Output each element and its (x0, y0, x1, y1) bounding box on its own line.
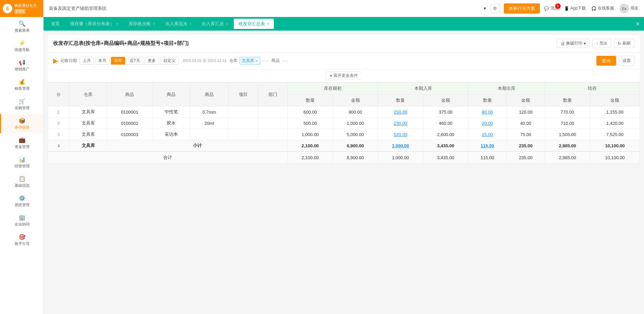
in-qty-link[interactable]: 520.00 (394, 132, 407, 137)
tab-in-out-summary[interactable]: 出入库汇总 × (197, 19, 233, 29)
date-buttons: 上月 本月 本年 近7天 更多 自定义 (80, 57, 179, 65)
app-download-button[interactable]: 📱 App下载 (564, 5, 586, 11)
tab-close-icon[interactable]: × (267, 22, 269, 26)
sidebar-item-label: 销售管理 (15, 86, 30, 91)
row-out-amt: 40.00 (507, 118, 545, 129)
in-qty-header: 数量 (378, 95, 423, 106)
tabbar-close-icon[interactable]: ✕ (634, 19, 641, 29)
expand-conditions-button[interactable]: ▾ 展开更多条件 (326, 71, 362, 80)
warehouse-tag[interactable]: 文具库 × (240, 57, 260, 65)
sidebar-item-system[interactable]: ⚙️ 系统管理 (0, 192, 43, 211)
print-label: 换版打印 (566, 40, 582, 46)
total-close-qty: 2,985.00 (545, 151, 590, 164)
date-btn-custom[interactable]: 自定义 (160, 57, 179, 65)
print-button[interactable]: 🖨 换版打印 ▾ (557, 39, 590, 48)
open-amt-header: 金额 (333, 95, 378, 106)
sidebar-item-finance[interactable]: 💼 资金管理 (0, 133, 43, 153)
row-goods-spec (190, 129, 229, 140)
export-label: 导出 (599, 40, 608, 46)
warehouse-tag-close-icon[interactable]: × (255, 59, 258, 63)
sidebar-item-marketing[interactable]: 📢 营销推广 (0, 56, 43, 75)
sidebar-item-label: 企业协同 (15, 222, 30, 227)
sidebar-item-operations[interactable]: 📊 经营管理 (0, 153, 43, 172)
settings-button[interactable]: ⚙ (490, 4, 500, 13)
table-row: 3 文具库 0100003 采访本 1,000.00 5,000.00 520.… (48, 129, 640, 140)
refresh-button[interactable]: ↻ 刷新 (614, 39, 634, 48)
row-out-qty: 80.00 (468, 106, 507, 118)
subtotal-label: 小计 (107, 140, 288, 152)
row-warehouse: 文具库 (69, 118, 107, 129)
warehouse-label: 仓库 (229, 58, 237, 64)
sidebar-item-base-info[interactable]: 📋 基础信息 (0, 172, 43, 192)
query-button[interactable]: 查询 (596, 56, 616, 66)
date-btn-more[interactable]: 更多 (145, 57, 159, 65)
search-icon: 🔍 (19, 20, 26, 27)
row-project (228, 118, 258, 129)
sidebar-nav: 🔍 搜索菜单 ⚡ 快捷导航 📢 营销推广 💰 销售管理 🛒 采购管理 📦 库存核… (0, 17, 43, 314)
sidebar-item-purchase[interactable]: 🛒 采购管理 (0, 95, 43, 114)
tab-in-out-flow[interactable]: 出入库流水 × (161, 19, 196, 29)
col-goods-spec-header: 商品 (190, 83, 229, 106)
tab-batch-account[interactable]: 库存批次账 × (124, 19, 160, 29)
date-btn-7-days[interactable]: 近7天 (127, 57, 143, 65)
sidebar-item-label: 经营管理 (15, 164, 30, 169)
in-qty-link[interactable]: 230.00 (394, 121, 407, 126)
sidebar-item-label: 搜索菜单 (15, 28, 30, 33)
out-qty-link[interactable]: 20.00 (482, 121, 493, 126)
total-row: 合计 2,100.00 6,900.00 1,000.00 3,435.00 1… (48, 151, 640, 164)
phone-icon: 📱 (564, 6, 569, 11)
col-dept-header: 部门 (258, 83, 287, 106)
trial-button[interactable]: 体验行业方案 (504, 3, 540, 14)
row-project (228, 106, 258, 118)
tab-close-icon[interactable]: × (226, 22, 228, 26)
sidebar-item-newbie[interactable]: 🎯 新手引导 (0, 230, 43, 250)
sidebar-item-enterprise[interactable]: 🏢 企业协同 (0, 211, 43, 230)
row-goods-name: 中性笔 (152, 106, 190, 118)
sidebar-item-search[interactable]: 🔍 搜索菜单 (0, 17, 43, 36)
row-open-amt: 1,000.00 (333, 118, 378, 129)
tab-close-icon[interactable]: × (116, 22, 118, 26)
export-button[interactable]: ↑ 导出 (592, 39, 611, 48)
tab-receive-send-summary[interactable]: 收发存汇总表 × (234, 19, 274, 29)
main-content: 装备及固定资产辅助管理系统 ▾ ⚙ 体验行业方案 💬 消息 6 📱 App下载 … (44, 0, 644, 314)
row-in-qty: 520.00 (378, 129, 423, 140)
subtotal-warehouse: 文具库 (69, 140, 107, 152)
subtotal-out-qty-link[interactable]: 115.00 (481, 143, 494, 148)
user-menu[interactable]: Ea 用友 (620, 4, 639, 13)
sidebar-item-inventory[interactable]: 📦 库存核算 (0, 114, 43, 133)
date-btn-this-year[interactable]: 本年 (111, 57, 125, 65)
date-btn-last-month[interactable]: 上月 (80, 57, 94, 65)
online-service-button[interactable]: 🎧 在线客服 (591, 5, 614, 11)
logo-tag: 标准版 (14, 9, 26, 14)
sales-icon: 💰 (19, 79, 26, 85)
tab-home[interactable]: 首页 (46, 19, 65, 29)
tab-inventory-dist[interactable]: 现存量（库存分布表） × (65, 19, 123, 29)
out-qty-link[interactable]: 80.00 (482, 110, 493, 115)
sidebar-item-sales[interactable]: 💰 销售管理 (0, 75, 43, 95)
filter-toggle-icon[interactable]: ▶ (53, 57, 58, 65)
date-btn-this-month[interactable]: 本月 (95, 57, 110, 65)
tab-close-icon[interactable]: × (153, 22, 155, 26)
row-in-qty: 230.00 (378, 118, 423, 129)
subtotal-in-qty-link[interactable]: 1,000.00 (392, 143, 409, 148)
message-button[interactable]: 💬 消息 6 (544, 5, 559, 11)
row-close-amt: 1,155.00 (590, 106, 640, 118)
warehouse-more-dots[interactable]: ··· (262, 58, 269, 64)
system-dropdown[interactable]: ▾ (484, 6, 486, 11)
out-qty-link[interactable]: 15.00 (482, 132, 493, 137)
total-in-qty: 1,000.00 (378, 151, 423, 164)
message-icon: 💬 (544, 6, 549, 11)
sidebar-item-label: 系统管理 (15, 202, 30, 208)
in-qty-link[interactable]: 250.00 (394, 110, 407, 115)
row-out-qty: 20.00 (468, 118, 507, 129)
page-content: 收发存汇总表(按仓库+商品编码+商品+规格型号+项目+部门) 🖨 换版打印 ▾ … (44, 31, 644, 314)
column-settings-button[interactable]: 设置 (619, 56, 634, 66)
row-dept (258, 129, 287, 140)
expand-icon: ▾ (330, 73, 332, 78)
tab-close-icon[interactable]: × (189, 22, 192, 26)
table-settings-icon[interactable]: ⚙ (56, 92, 61, 97)
sidebar-item-quick-nav[interactable]: ⚡ 快捷导航 (0, 36, 43, 56)
avatar: Ea (620, 4, 629, 13)
goods-more-dots[interactable]: ··· (282, 58, 288, 64)
col-warehouse-header: 仓库 (69, 83, 107, 106)
